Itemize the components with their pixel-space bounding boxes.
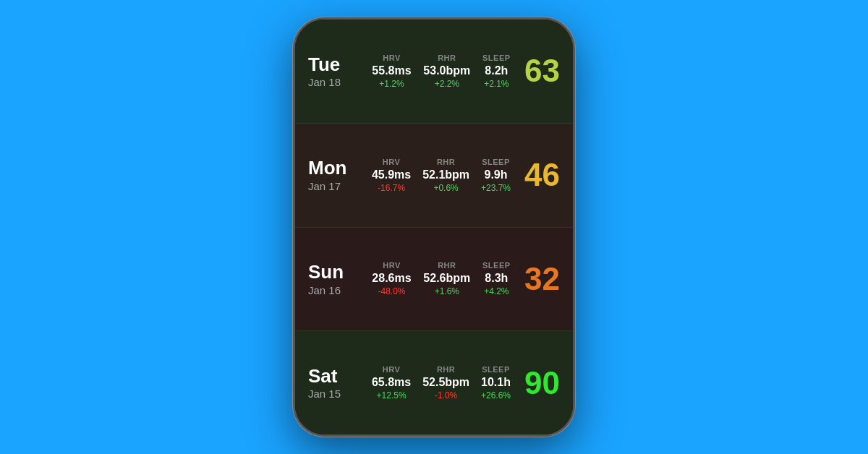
rhr-change-mon: +0.6%	[433, 183, 458, 193]
day-name-tue: Tue	[308, 54, 366, 75]
rhr-metric-tue: RHR 53.0bpm +2.2%	[423, 53, 470, 89]
rhr-change-sun: +1.6%	[435, 286, 459, 296]
rhr-value-mon: 52.1bpm	[422, 168, 469, 181]
day-name-block-mon: Mon Jan 17	[308, 158, 366, 192]
day-date-tue: Jan 18	[308, 76, 366, 88]
rhr-label-sun: RHR	[438, 261, 456, 270]
hrv-metric-sat: HRV 65.8ms +12.5%	[372, 365, 411, 401]
day-card-tue[interactable]: Tue Jan 18 HRV 55.8ms +1.2% RHR 53.0bpm …	[295, 20, 573, 124]
score-sun: 32	[516, 263, 560, 295]
day-date-mon: Jan 17	[308, 180, 366, 192]
hrv-value-sun: 28.6ms	[372, 271, 411, 285]
hrv-metric-tue: HRV 55.8ms +1.2%	[372, 53, 411, 89]
day-name-block-sun: Sun Jan 16	[308, 262, 366, 296]
day-name-mon: Mon	[308, 158, 366, 179]
rhr-label-sat: RHR	[437, 365, 455, 374]
hrv-label-mon: HRV	[383, 158, 401, 166]
hrv-metric-sun: HRV 28.6ms -48.0%	[372, 261, 411, 296]
metrics-tue: HRV 55.8ms +1.2% RHR 53.0bpm +2.2% SLEEP…	[366, 53, 516, 89]
hrv-change-tue: +1.2%	[379, 79, 404, 89]
rhr-metric-mon: RHR 52.1bpm +0.6%	[422, 158, 469, 193]
sleep-metric-sun: SLEEP 8.3h +4.2%	[482, 261, 511, 296]
sleep-label-sun: SLEEP	[482, 261, 511, 270]
day-name-sun: Sun	[308, 262, 366, 283]
metrics-mon: HRV 45.9ms -16.7% RHR 52.1bpm +0.6% SLEE…	[366, 158, 516, 193]
day-date-sat: Jan 15	[308, 387, 366, 400]
sleep-value-tue: 8.2h	[485, 64, 508, 77]
hrv-metric-mon: HRV 45.9ms -16.7%	[372, 158, 411, 193]
score-sat: 90	[516, 367, 560, 399]
score-mon: 46	[516, 159, 560, 191]
hrv-label-sat: HRV	[383, 365, 401, 374]
day-name-block-sat: Sat Jan 15	[308, 366, 366, 401]
sleep-change-sun: +4.2%	[484, 286, 509, 296]
rhr-value-tue: 53.0bpm	[423, 64, 470, 77]
day-date-sun: Jan 16	[308, 284, 366, 296]
metrics-sun: HRV 28.6ms -48.0% RHR 52.6bpm +1.6% SLEE…	[366, 261, 516, 296]
hrv-change-mon: -16.7%	[378, 183, 405, 193]
sleep-metric-mon: SLEEP 9.9h +23.7%	[481, 158, 511, 193]
sleep-metric-tue: SLEEP 8.2h +2.1%	[482, 53, 511, 89]
hrv-value-tue: 55.8ms	[372, 64, 411, 77]
hrv-change-sat: +12.5%	[377, 390, 407, 401]
sleep-change-sat: +26.6%	[481, 390, 511, 401]
sleep-label-tue: SLEEP	[482, 53, 511, 62]
sleep-metric-sat: SLEEP 10.1h +26.6%	[481, 365, 511, 401]
hrv-label-sun: HRV	[383, 261, 401, 270]
screen: Tue Jan 18 HRV 55.8ms +1.2% RHR 53.0bpm …	[295, 20, 573, 434]
sleep-change-mon: +23.7%	[481, 183, 511, 193]
sleep-label-sat: SLEEP	[482, 365, 510, 374]
sleep-change-tue: +2.1%	[484, 79, 509, 89]
day-card-sun[interactable]: Sun Jan 16 HRV 28.6ms -48.0% RHR 52.6bpm…	[295, 228, 573, 332]
hrv-change-sun: -48.0%	[378, 286, 405, 296]
metrics-sat: HRV 65.8ms +12.5% RHR 52.5bpm -1.0% SLEE…	[366, 365, 516, 401]
day-card-mon[interactable]: Mon Jan 17 HRV 45.9ms -16.7% RHR 52.1bpm…	[295, 124, 573, 228]
rhr-metric-sun: RHR 52.6bpm +1.6%	[423, 261, 470, 296]
day-name-block-tue: Tue Jan 18	[308, 54, 366, 89]
rhr-label-tue: RHR	[438, 53, 456, 62]
sleep-value-sun: 8.3h	[485, 271, 508, 285]
day-name-sat: Sat	[308, 366, 366, 387]
sleep-value-mon: 9.9h	[485, 168, 508, 181]
hrv-label-tue: HRV	[383, 53, 401, 62]
rhr-value-sat: 52.5bpm	[422, 375, 469, 389]
day-card-sat[interactable]: Sat Jan 15 HRV 65.8ms +12.5% RHR 52.5bpm…	[295, 331, 573, 434]
rhr-change-tue: +2.2%	[435, 79, 459, 89]
score-tue: 63	[516, 55, 560, 87]
rhr-change-sat: -1.0%	[435, 390, 457, 401]
sleep-label-mon: SLEEP	[482, 158, 510, 166]
hrv-value-mon: 45.9ms	[372, 168, 411, 181]
hrv-value-sat: 65.8ms	[372, 375, 411, 389]
sleep-value-sat: 10.1h	[481, 375, 511, 389]
rhr-value-sun: 52.6bpm	[423, 271, 470, 285]
phone-frame: Tue Jan 18 HRV 55.8ms +1.2% RHR 53.0bpm …	[293, 17, 575, 437]
rhr-metric-sat: RHR 52.5bpm -1.0%	[422, 365, 469, 401]
rhr-label-mon: RHR	[437, 158, 455, 166]
